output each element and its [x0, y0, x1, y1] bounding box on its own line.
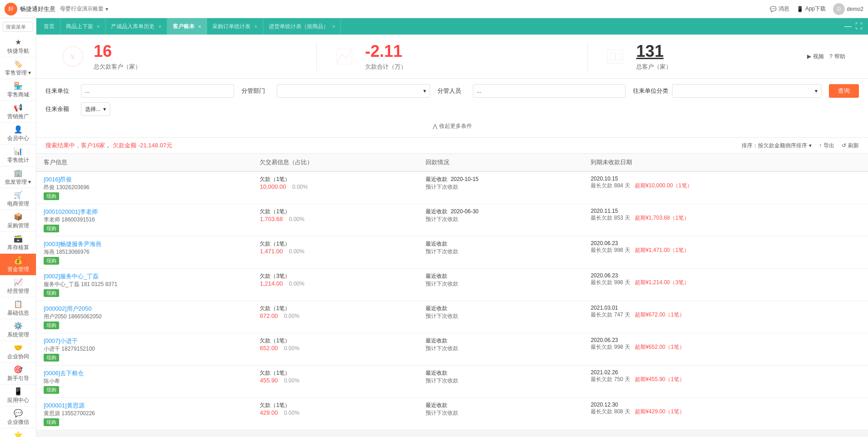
customer-name-link-1[interactable]: [0001020001]李老师 — [44, 208, 98, 215]
overdue-amount-3[interactable]: 超期¥1,214.00（3笔） — [635, 279, 689, 286]
debt-icon — [331, 43, 358, 70]
sidebar-item-purchase[interactable]: 📦 采购管理 — [0, 210, 36, 232]
vendor-label: 往来单位 — [45, 87, 77, 95]
customer-tag-6: 现购 — [44, 386, 59, 394]
tab-customer-accounts[interactable]: 客户账本 × — [167, 18, 207, 35]
industry-selector[interactable]: 母婴行业演示账套 ▾ — [60, 5, 108, 13]
messages-btn[interactable]: 💬 消息 — [770, 5, 789, 13]
balance-select[interactable]: 选择... ▾ — [81, 102, 110, 116]
sidebar-item-marketing[interactable]: 📢 营销推广 — [0, 101, 36, 123]
sidebar-item-ecommerce[interactable]: 🛒 电商管理 — [0, 188, 36, 210]
cell-debt-info-2: 欠款（1笔） 1,471.00 0.00% — [252, 236, 418, 269]
customer-name-link-4[interactable]: [000002]用户2050 — [44, 305, 92, 312]
sidebar-item-inventory[interactable]: 🗃️ 库存核算 — [0, 232, 36, 254]
cell-receivable-3: 最近收款 预计下次收款 — [418, 269, 583, 301]
customer-name-link-0[interactable]: [0016]昂俊 — [44, 176, 72, 183]
customer-name-link-6[interactable]: [0006]去下粮仓 — [44, 370, 84, 377]
sidebar-item-retail-store[interactable]: 🏪 零售商城 — [0, 79, 36, 101]
debt-amount-2: 1,471.00 — [260, 248, 283, 255]
export-label: 导出 — [823, 142, 834, 150]
help-btn[interactable]: ? 帮助 — [829, 53, 845, 60]
overdue-amount-7[interactable]: 超期¥429.00（1笔） — [635, 408, 685, 415]
next-collect-1: 预计下次收款 — [426, 216, 458, 222]
sidebar-item-retail-stats[interactable]: 📊 零售统计 — [0, 145, 36, 166]
tab-purchase-stats-close[interactable]: × — [332, 24, 335, 29]
sidebar-item-quick-nav[interactable]: ★ 快捷导航 — [0, 35, 36, 57]
dept-arrow: ▾ — [423, 88, 426, 94]
collapse-button[interactable]: ⋀ 收起更多条件 — [433, 122, 472, 130]
tab-production-history[interactable]: 产成品入库单历史 × — [105, 18, 167, 35]
app-download-btn[interactable]: 📱 App下载 — [797, 5, 826, 13]
retail-mgmt-icon: 🏷️ — [14, 60, 23, 68]
refresh-btn[interactable]: ↺ 刷新 — [842, 142, 859, 150]
sidebar-item-basic-info[interactable]: 📋 基础信息 — [0, 297, 36, 319]
table-row: [0016]昂俊 昂俊 13026203696 现购 欠款（1笔） 10,000… — [36, 171, 868, 204]
tab-purchase-orders-close[interactable]: × — [254, 24, 257, 29]
export-btn[interactable]: ↑ 导出 — [819, 142, 834, 150]
stat-debtors-value: 16 — [94, 42, 141, 61]
customer-name-link-7[interactable]: [000001]黄思源 — [44, 402, 85, 409]
overdue-amount-2[interactable]: 超期¥1,471.00（1笔） — [635, 247, 689, 253]
video-btn[interactable]: ▶ 视频 — [807, 53, 824, 60]
overdue-amount-1[interactable]: 超期¥1,703.68（1笔） — [635, 215, 689, 221]
stat-customers-value: 131 — [636, 42, 672, 61]
sidebar-item-member-plus[interactable]: ⭐ 畅会员 — [0, 428, 36, 437]
customer-tag-0: 现购 — [44, 192, 59, 200]
basic-info-icon: 📋 — [14, 300, 23, 308]
sidebar-item-system[interactable]: ⚙️ 系统管理 — [0, 319, 36, 341]
customer-name-link-2[interactable]: [0003]畅捷服务尹海燕 — [44, 241, 101, 247]
overdue-days-7: 最长欠款 808 天 — [591, 408, 630, 415]
user-menu[interactable]: D demo2 — [833, 3, 863, 15]
sidebar-item-enterprise-collab[interactable]: 🤝 企业协同 — [0, 341, 36, 363]
header-row: 客户信息 欠交易信息（占比） 回款情况 到期未收款日期 — [36, 154, 868, 171]
customer-name-link-5[interactable]: [0007]小进干 — [44, 337, 78, 344]
basic-info-label: 基础信息 — [7, 309, 29, 317]
category-select[interactable]: ▾ — [672, 84, 822, 98]
table-scroll-area[interactable]: 客户信息 欠交易信息（占比） 回款情况 到期未收款日期 [0016]昂俊 昂俊 … — [36, 154, 868, 437]
sidebar-item-wholesale[interactable]: 🏢 批发管理 ▾ — [0, 166, 36, 188]
debt-amount-0: 10,000.00 — [260, 183, 286, 190]
avatar: D — [833, 3, 845, 15]
sidebar-item-capital[interactable]: 💰 资金管理 — [0, 254, 36, 276]
query-button[interactable]: 查询 — [829, 84, 859, 98]
tab-products-off[interactable]: 商品上下架 × — [60, 18, 105, 35]
dept-select[interactable]: ▾ — [277, 84, 430, 98]
debt-percent-3: 0.00% — [289, 281, 304, 287]
sidebar-item-member[interactable]: 👤 会员中心 — [0, 123, 36, 145]
sidebar-item-enterprise-wechat[interactable]: 💬 企业微信 — [0, 407, 36, 428]
cell-customer-info-0: [0016]昂俊 昂俊 13026203696 现购 — [36, 171, 252, 204]
tab-collapse-icon[interactable]: — — [844, 22, 852, 30]
tab-home[interactable]: 首页 — [38, 18, 60, 35]
cell-debt-info-6: 欠款（1笔） 455.90 0.00% — [252, 366, 418, 398]
overdue-amount-6[interactable]: 超期¥455.90（1笔） — [635, 376, 685, 382]
cell-receivable-2: 最近收款 预计下次收款 — [418, 236, 583, 269]
tab-products-off-close[interactable]: × — [97, 24, 100, 29]
col-customer-info: 客户信息 — [36, 154, 252, 171]
tab-expand-icon[interactable]: ⛶ — [855, 22, 863, 30]
tab-customer-accounts-close[interactable]: × — [198, 24, 201, 29]
sidebar-item-new-guide[interactable]: 🎯 新手引导 — [0, 363, 36, 385]
table-row: [0002]服务中心_丁磊 服务中心_丁磊 181 0125 8371 现购 欠… — [36, 269, 868, 301]
overdue-amount-5[interactable]: 超期¥652.00（1笔） — [635, 344, 685, 350]
tab-purchase-stats[interactable]: 进货单统计表（按商品） × — [263, 18, 341, 35]
recent-label-4: 最近收款 — [426, 305, 447, 311]
overdue-amount-0[interactable]: 超期¥10,000.00（1笔） — [635, 182, 692, 189]
person-input[interactable]: ... — [473, 84, 626, 98]
tab-production-history-close[interactable]: × — [158, 24, 161, 29]
due-date-2: 2020.06.23 — [591, 240, 618, 246]
sidebar-item-app-center[interactable]: 📱 应用中心 — [0, 385, 36, 407]
sidebar-item-retail-mgmt[interactable]: 🏷️ 零售管理 ▾ — [0, 57, 36, 79]
overdue-amount-4[interactable]: 超期¥672.00（1笔） — [635, 311, 685, 318]
customer-name-link-3[interactable]: [0002]服务中心_丁磊 — [44, 273, 99, 280]
username: demo2 — [847, 6, 863, 12]
sidebar-item-business[interactable]: 📈 经营管理 — [0, 276, 36, 297]
cell-due-date-4: 2021.03.01 最长欠款 747 天 超期¥672.00（1笔） — [583, 301, 868, 333]
filter-vendor: 往来单位 ... — [45, 84, 234, 98]
sort-select[interactable]: 排序：按欠款金额倒序排序 ▾ — [742, 142, 812, 150]
debt-percent-4: 0.00% — [284, 313, 300, 319]
customer-tag-5: 现购 — [44, 354, 59, 362]
vendor-input[interactable]: ... — [81, 84, 234, 98]
sidebar-search-input[interactable] — [3, 22, 33, 32]
capital-icon: 💰 — [14, 256, 23, 265]
tab-purchase-orders[interactable]: 采购订单统计表 × — [207, 18, 263, 35]
